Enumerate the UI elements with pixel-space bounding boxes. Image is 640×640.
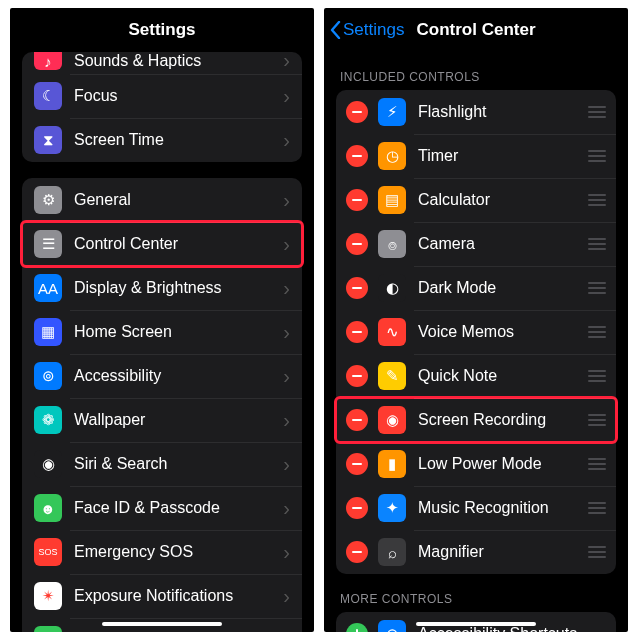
drag-handle-icon[interactable] bbox=[586, 502, 606, 514]
screen-time-icon: ⧗ bbox=[34, 126, 62, 154]
drag-handle-icon[interactable] bbox=[586, 106, 606, 118]
control-row-screen-recording: ◉Screen Recording bbox=[336, 398, 616, 442]
row-label: Siri & Search bbox=[74, 455, 279, 473]
battery-icon: ▮ bbox=[34, 626, 62, 632]
settings-row-face-id-passcode[interactable]: ☻Face ID & Passcode› bbox=[22, 486, 302, 530]
remove-button[interactable] bbox=[346, 277, 368, 299]
settings-row-general[interactable]: ⚙General› bbox=[22, 178, 302, 222]
drag-handle-icon[interactable] bbox=[586, 194, 606, 206]
settings-row-display-brightness[interactable]: AADisplay & Brightness› bbox=[22, 266, 302, 310]
minus-icon bbox=[352, 111, 362, 113]
chevron-right-icon: › bbox=[283, 586, 290, 606]
settings-row-control-center[interactable]: ☰Control Center› bbox=[22, 222, 302, 266]
settings-row-exposure-notifications[interactable]: ✴︎Exposure Notifications› bbox=[22, 574, 302, 618]
control-label: Flashlight bbox=[418, 103, 580, 121]
chevron-right-icon: › bbox=[283, 234, 290, 254]
remove-button[interactable] bbox=[346, 453, 368, 475]
chevron-right-icon: › bbox=[283, 542, 290, 562]
row-label: Battery bbox=[74, 631, 279, 632]
drag-handle-icon[interactable] bbox=[586, 150, 606, 162]
home-indicator[interactable] bbox=[416, 622, 536, 626]
minus-icon bbox=[352, 551, 362, 553]
control-row-voice-memos: ∿Voice Memos bbox=[336, 310, 616, 354]
plus-icon bbox=[352, 629, 362, 632]
drag-handle-icon[interactable] bbox=[586, 546, 606, 558]
quick-note-icon: ✎ bbox=[378, 362, 406, 390]
control-label: Timer bbox=[418, 147, 580, 165]
magnifier-icon: ⌕ bbox=[378, 538, 406, 566]
row-label: Wallpaper bbox=[74, 411, 279, 429]
general-icon: ⚙ bbox=[34, 186, 62, 214]
chevron-right-icon: › bbox=[283, 498, 290, 518]
control-row-calculator: ▤Calculator bbox=[336, 178, 616, 222]
settings-row-screen-time[interactable]: ⧗Screen Time› bbox=[22, 118, 302, 162]
chevron-left-icon bbox=[330, 21, 341, 39]
control-label: Accessibility Shortcuts bbox=[418, 625, 606, 632]
remove-button[interactable] bbox=[346, 497, 368, 519]
included-controls-group: ⚡︎Flashlight◷Timer▤Calculator⌾Camera◐Dar… bbox=[336, 90, 616, 574]
included-header: Included Controls bbox=[340, 70, 612, 84]
remove-button[interactable] bbox=[346, 101, 368, 123]
row-label: Focus bbox=[74, 87, 279, 105]
remove-button[interactable] bbox=[346, 233, 368, 255]
drag-handle-icon[interactable] bbox=[586, 238, 606, 250]
remove-button[interactable] bbox=[346, 321, 368, 343]
settings-row-home-screen[interactable]: ▦Home Screen› bbox=[22, 310, 302, 354]
control-label: Voice Memos bbox=[418, 323, 580, 341]
settings-row-wallpaper[interactable]: ❁Wallpaper› bbox=[22, 398, 302, 442]
back-button[interactable]: Settings bbox=[330, 8, 404, 52]
remove-button[interactable] bbox=[346, 365, 368, 387]
row-label: Sounds & Haptics bbox=[74, 52, 279, 70]
emergency-sos-icon: SOS bbox=[34, 538, 62, 566]
control-center-icon: ☰ bbox=[34, 230, 62, 258]
remove-button[interactable] bbox=[346, 541, 368, 563]
row-label: Control Center bbox=[74, 235, 279, 253]
remove-button[interactable] bbox=[346, 409, 368, 431]
home-screen-icon: ▦ bbox=[34, 318, 62, 346]
settings-row-emergency-sos[interactable]: SOSEmergency SOS› bbox=[22, 530, 302, 574]
drag-handle-icon[interactable] bbox=[586, 370, 606, 382]
settings-row-sounds-haptics[interactable]: ♪Sounds & Haptics› bbox=[22, 52, 302, 74]
row-label: General bbox=[74, 191, 279, 209]
more-header: More Controls bbox=[340, 592, 612, 606]
timer-icon: ◷ bbox=[378, 142, 406, 170]
minus-icon bbox=[352, 331, 362, 333]
control-row-dark-mode: ◐Dark Mode bbox=[336, 266, 616, 310]
control-label: Music Recognition bbox=[418, 499, 580, 517]
display-brightness-icon: AA bbox=[34, 274, 62, 302]
settings-group-b: ⚙General›☰Control Center›AADisplay & Bri… bbox=[22, 178, 302, 632]
control-row-timer: ◷Timer bbox=[336, 134, 616, 178]
cc-title: Control Center bbox=[417, 20, 536, 40]
row-label: Home Screen bbox=[74, 323, 279, 341]
accessibility-shortcuts-icon: ⊚ bbox=[378, 620, 406, 632]
control-label: Dark Mode bbox=[418, 279, 580, 297]
drag-handle-icon[interactable] bbox=[586, 326, 606, 338]
settings-row-focus[interactable]: ☾Focus› bbox=[22, 74, 302, 118]
row-label: Exposure Notifications bbox=[74, 587, 279, 605]
voice-memos-icon: ∿ bbox=[378, 318, 406, 346]
dark-mode-icon: ◐ bbox=[378, 274, 406, 302]
settings-scroll[interactable]: ♪Sounds & Haptics›☾Focus›⧗Screen Time› ⚙… bbox=[10, 52, 314, 632]
chevron-right-icon: › bbox=[283, 52, 290, 70]
row-label: Display & Brightness bbox=[74, 279, 279, 297]
drag-handle-icon[interactable] bbox=[586, 282, 606, 294]
home-indicator[interactable] bbox=[102, 622, 222, 626]
row-label: Accessibility bbox=[74, 367, 279, 385]
cc-scroll[interactable]: Included Controls ⚡︎Flashlight◷Timer▤Cal… bbox=[324, 52, 628, 632]
minus-icon bbox=[352, 243, 362, 245]
settings-screen: Settings ♪Sounds & Haptics›☾Focus›⧗Scree… bbox=[10, 8, 314, 632]
settings-row-accessibility[interactable]: ⊚Accessibility› bbox=[22, 354, 302, 398]
chevron-right-icon: › bbox=[283, 630, 290, 632]
minus-icon bbox=[352, 419, 362, 421]
chevron-right-icon: › bbox=[283, 322, 290, 342]
chevron-right-icon: › bbox=[283, 278, 290, 298]
chevron-right-icon: › bbox=[283, 454, 290, 474]
drag-handle-icon[interactable] bbox=[586, 458, 606, 470]
minus-icon bbox=[352, 507, 362, 509]
remove-button[interactable] bbox=[346, 189, 368, 211]
drag-handle-icon[interactable] bbox=[586, 414, 606, 426]
remove-button[interactable] bbox=[346, 145, 368, 167]
settings-row-siri-search[interactable]: ◉Siri & Search› bbox=[22, 442, 302, 486]
add-button[interactable] bbox=[346, 623, 368, 632]
control-label: Magnifier bbox=[418, 543, 580, 561]
